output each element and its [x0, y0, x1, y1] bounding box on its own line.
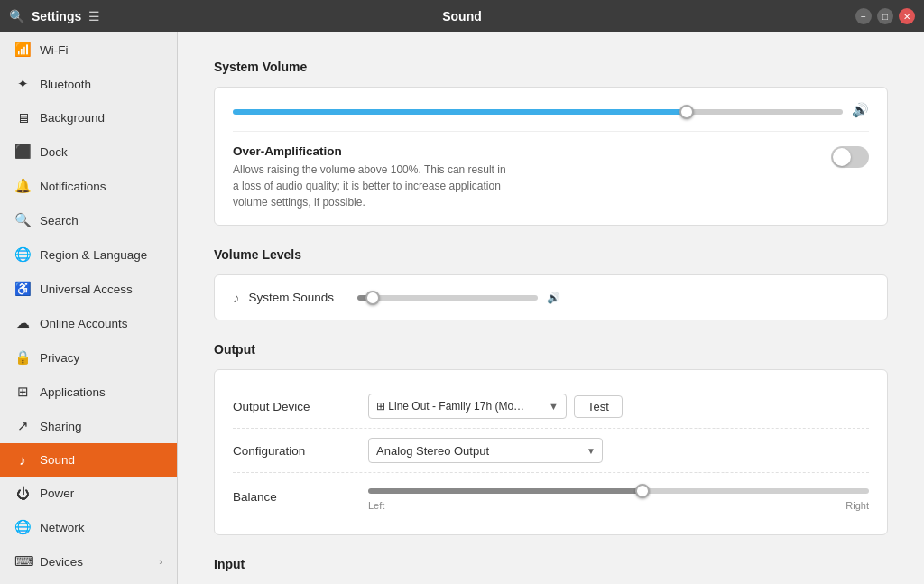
app-name: Settings: [32, 9, 81, 23]
music-note-icon: ♪: [233, 290, 240, 305]
minimize-button[interactable]: −: [855, 8, 872, 24]
titlebar: 🔍 Settings ☰ Sound − □ ✕: [0, 0, 924, 32]
sidebar-item-applications[interactable]: ⊞ Applications: [0, 375, 177, 409]
sidebar-label-network: Network: [40, 521, 85, 534]
system-sounds-slider[interactable]: [357, 295, 538, 301]
system-volume-slider[interactable]: [233, 109, 843, 115]
system-sounds-row: ♪ System Sounds 🔊: [233, 290, 869, 305]
region-icon: 🌐: [14, 246, 31, 263]
sound-icon: ♪: [14, 452, 31, 468]
titlebar-controls: − □ ✕: [855, 8, 915, 24]
sidebar-label-search: Search: [40, 214, 79, 227]
output-device-label: Output Device: [233, 400, 350, 413]
output-config-control: Analog Stereo Output: [368, 438, 869, 463]
sidebar-label-universal: Universal Access: [40, 283, 133, 296]
sidebar-label-notifications: Notifications: [40, 180, 106, 193]
sidebar-item-devices[interactable]: ⌨ Devices ›: [0, 544, 177, 579]
balance-label: Balance: [233, 490, 350, 504]
sidebar-item-wifi[interactable]: 📶 Wi-Fi: [0, 32, 177, 67]
sidebar-item-power[interactable]: ⏻ Power: [0, 477, 177, 510]
output-device-control: ⊞ Line Out - Family 17h (Models 0... ▼ T…: [368, 394, 869, 419]
sidebar-item-network[interactable]: 🌐 Network: [0, 510, 177, 544]
close-button[interactable]: ✕: [899, 8, 915, 24]
volume-speaker-icon: 🔊: [852, 102, 869, 118]
output-card: Output Device ⊞ Line Out - Family 17h (M…: [214, 369, 888, 535]
privacy-icon: 🔒: [14, 349, 31, 366]
output-device-dropdown[interactable]: ⊞ Line Out - Family 17h (Models 0... ▼: [368, 394, 567, 419]
maximize-button[interactable]: □: [877, 8, 893, 24]
power-icon: ⏻: [14, 486, 31, 501]
hamburger-icon[interactable]: ☰: [88, 9, 100, 23]
sidebar-item-bluetooth[interactable]: ✦ Bluetooth: [0, 67, 177, 101]
sidebar-label-power: Power: [40, 487, 74, 500]
notifications-icon: 🔔: [14, 178, 31, 194]
sidebar-item-sharing[interactable]: ↗ Sharing: [0, 409, 177, 443]
balance-container: Left Right: [368, 482, 869, 511]
output-device-value: ⊞ Line Out - Family 17h (Models 0...: [376, 400, 530, 413]
over-amplification-text: Over-Amplification Allows raising the vo…: [233, 144, 513, 210]
sidebar-item-search[interactable]: 🔍 Search: [0, 203, 177, 237]
accounts-icon: ☁: [14, 315, 31, 331]
sidebar-item-details[interactable]: ℹ Details ›: [0, 579, 177, 584]
sidebar-item-region[interactable]: 🌐 Region & Language: [0, 237, 177, 272]
sharing-icon: ↗: [14, 418, 31, 434]
sidebar-label-devices: Devices: [40, 555, 83, 569]
balance-labels: Left Right: [368, 500, 869, 511]
universal-icon: ♿: [14, 281, 31, 297]
input-title: Input: [214, 557, 888, 571]
over-amplification-title: Over-Amplification: [233, 144, 513, 158]
sidebar-item-background[interactable]: 🖥 Background: [0, 101, 177, 134]
output-config-select-wrap: Analog Stereo Output: [368, 438, 603, 463]
content-area: System Volume 🔊 Over-Amplification Allow…: [178, 32, 924, 584]
applications-icon: ⊞: [14, 384, 31, 400]
sidebar-label-sharing: Sharing: [40, 420, 82, 433]
over-amplification-row: Over-Amplification Allows raising the vo…: [233, 131, 869, 210]
dock-icon: ⬛: [14, 144, 31, 160]
sidebar-item-privacy[interactable]: 🔒 Privacy: [0, 340, 177, 375]
sidebar-label-bluetooth: Bluetooth: [40, 78, 91, 91]
volume-levels-card: ♪ System Sounds 🔊: [214, 274, 888, 320]
sidebar-label-wifi: Wi-Fi: [40, 43, 68, 57]
output-title: Output: [214, 342, 888, 357]
titlebar-search-icon[interactable]: 🔍: [9, 9, 24, 23]
devices-chevron-icon: ›: [159, 556, 162, 567]
sidebar-item-notifications[interactable]: 🔔 Notifications: [0, 169, 177, 203]
sidebar-label-background: Background: [40, 111, 105, 125]
sidebar-label-sound: Sound: [40, 453, 75, 467]
output-config-select[interactable]: Analog Stereo Output: [368, 438, 603, 463]
sidebar-item-accounts[interactable]: ☁ Online Accounts: [0, 306, 177, 340]
devices-icon: ⌨: [14, 553, 31, 570]
output-device-row: Output Device ⊞ Line Out - Family 17h (M…: [233, 385, 869, 429]
output-config-row: Configuration Analog Stereo Output: [233, 429, 869, 473]
bluetooth-icon: ✦: [14, 76, 31, 92]
main-layout: 📶 Wi-Fi ✦ Bluetooth 🖥 Background ⬛ Dock …: [0, 32, 924, 584]
volume-levels-title: Volume Levels: [214, 247, 888, 262]
output-config-label: Configuration: [233, 444, 350, 458]
sidebar-label-privacy: Privacy: [40, 351, 79, 365]
over-amplification-toggle[interactable]: [831, 146, 869, 168]
system-volume-slider-container: [233, 103, 843, 117]
network-icon: 🌐: [14, 519, 31, 535]
sidebar-label-dock: Dock: [40, 145, 68, 159]
system-volume-row: 🔊: [233, 102, 869, 118]
sidebar-item-universal[interactable]: ♿ Universal Access: [0, 272, 177, 306]
sidebar-item-dock[interactable]: ⬛ Dock: [0, 134, 177, 169]
balance-row: Balance Left Right: [233, 473, 869, 520]
sidebar-label-accounts: Online Accounts: [40, 317, 128, 330]
search-icon: 🔍: [14, 212, 31, 228]
system-volume-card: 🔊 Over-Amplification Allows raising the …: [214, 87, 888, 226]
sidebar-item-sound[interactable]: ♪ Sound: [0, 443, 177, 477]
system-sounds-label: System Sounds: [249, 291, 348, 304]
balance-left-label: Left: [368, 500, 384, 511]
balance-control: Left Right: [368, 482, 869, 511]
over-amplification-desc: Allows raising the volume above 100%. Th…: [233, 162, 513, 210]
output-device-arrow-icon: ▼: [549, 401, 559, 412]
test-button[interactable]: Test: [574, 395, 623, 418]
page-title: Sound: [442, 9, 482, 23]
sidebar-item-devices-left: ⌨ Devices: [14, 553, 83, 570]
balance-slider[interactable]: [368, 488, 869, 494]
wifi-icon: 📶: [14, 42, 31, 58]
titlebar-left: 🔍 Settings ☰: [9, 9, 100, 23]
balance-right-label: Right: [845, 500, 869, 511]
sidebar-label-applications: Applications: [40, 385, 106, 399]
